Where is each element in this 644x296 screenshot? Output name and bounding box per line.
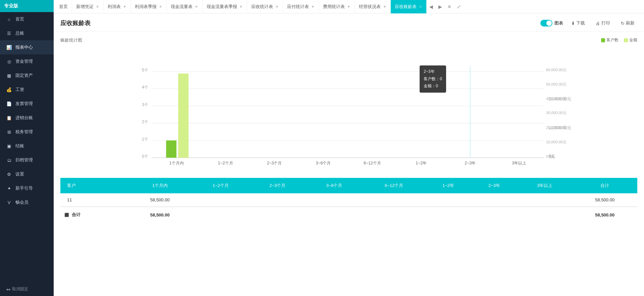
svg-text:5个: 5个 (142, 68, 148, 72)
footer-m6-12 (363, 207, 425, 223)
tab-close-btn[interactable]: × (195, 4, 198, 9)
tab-close-btn[interactable]: × (419, 4, 422, 9)
archive-icon: 🗂 (6, 157, 12, 163)
toggle-switch[interactable] (540, 20, 552, 27)
chart-toggle[interactable]: 图表 (540, 20, 563, 27)
bar-customers-0 (166, 141, 176, 158)
sidebar-item-guide[interactable]: ✦ 新手引导 (0, 181, 54, 195)
sidebar: 专业版 ⌂ 首页 ☰ 总账 📊 报表中心 ◎ 资金管理 ▦ 固定资产 💰 工资 … (0, 0, 54, 296)
tab-nav-next[interactable]: ▶ (436, 0, 445, 13)
cell-m2-3 (249, 193, 306, 207)
tab-close-btn[interactable]: × (96, 4, 99, 9)
sidebar-item-closing[interactable]: ▣ 结账 (0, 139, 54, 153)
table-footer-row: ⬛ 合计 58,500.00 58,500.00 (60, 207, 637, 223)
app-logo: 专业版 (0, 0, 54, 12)
col-y3plus: 3年以上 (517, 178, 573, 193)
footer-m2-3 (249, 207, 306, 223)
sidebar-item-label: 税务管理 (15, 129, 33, 135)
cell-customer: 11 (60, 193, 127, 207)
chart-area: 账龄统计图 客户数 金额 0个 1个 2个 3个 4个 5个 (54, 32, 644, 178)
svg-text:1~2个月: 1~2个月 (218, 161, 233, 165)
col-m1-2: 1~2个月 (192, 178, 249, 193)
sidebar-item-label: 总账 (15, 30, 24, 36)
sidebar-item-fund[interactable]: ◎ 资金管理 (0, 54, 54, 68)
vip-icon: V (6, 199, 12, 205)
tab-cashflow-quarterly[interactable]: 现金流量表季报 × (203, 0, 247, 13)
tab-close-btn[interactable]: × (239, 4, 243, 9)
table-row: 11 58,500.00 58,500.00 (60, 193, 637, 207)
chart-legend: 客户数 金额 (601, 37, 637, 43)
cell-m1: 58,500.00 (127, 193, 192, 207)
tab-close-btn[interactable]: × (275, 4, 279, 9)
sidebar-item-fixed-assets[interactable]: ▦ 固定资产 (0, 68, 54, 83)
unpin-icon: ◂◂ (6, 287, 10, 292)
cell-y2-3 (471, 193, 517, 207)
cell-y3plus (517, 193, 573, 207)
refresh-btn[interactable]: ↻ 刷新 (618, 19, 637, 28)
tab-label: 新增凭证 (76, 4, 94, 10)
download-btn[interactable]: ⬇ 下载 (569, 19, 588, 28)
sidebar-item-invoice[interactable]: 📄 发票管理 (0, 97, 54, 111)
sidebar-item-salary[interactable]: 💰 工资 (0, 83, 54, 97)
print-btn[interactable]: 🖨 打印 (593, 19, 613, 28)
tab-nav-prev[interactable]: ◀ (427, 0, 436, 13)
tab-close-btn[interactable]: × (159, 4, 162, 9)
tab-home[interactable]: 首页 (55, 0, 72, 13)
footer-y3plus (517, 207, 573, 223)
chart-svg: 0个 1个 2个 3个 4个 5个 0元 10,000.00元 20,000.0… (60, 47, 637, 171)
sidebar-item-label: 新手引导 (15, 185, 33, 191)
tab-cashflow[interactable]: 现金流量表 × (167, 0, 203, 13)
refresh-icon: ↻ (621, 21, 625, 26)
sidebar-item-label: 设置 (15, 171, 24, 177)
tab-expand[interactable]: ⤢ (454, 0, 464, 13)
sidebar-item-report[interactable]: 📊 报表中心 (0, 40, 54, 54)
total-icon: ⬛ (64, 213, 69, 217)
home-icon: ⌂ (6, 16, 12, 22)
sidebar-item-label: 工资 (15, 87, 24, 93)
tab-close-all[interactable]: ✕ (445, 0, 454, 13)
print-icon: 🖨 (596, 21, 600, 26)
col-m3-6: 3~6个月 (306, 178, 363, 193)
tab-payable-stats[interactable]: 应付统计表 × (283, 0, 319, 13)
tab-close-btn[interactable]: × (311, 4, 315, 9)
legend-amount-label: 金额 (629, 37, 637, 43)
sidebar-item-archive[interactable]: 🗂 归档管理 (0, 153, 54, 167)
svg-text:2个: 2个 (142, 119, 148, 124)
tab-expense-stats[interactable]: 费用统计表 × (319, 0, 355, 13)
cell-m1-2 (192, 193, 249, 207)
col-y2-3: 2~3年 (471, 178, 517, 193)
sidebar-item-sales-ledger[interactable]: 📋 进销台账 (0, 111, 54, 125)
sidebar-item-label: 资金管理 (15, 58, 33, 64)
svg-text:0元: 0元 (546, 154, 552, 158)
tab-close-btn[interactable]: × (123, 4, 126, 9)
svg-text:20,000.00元: 20,000.00元 (546, 126, 567, 130)
tab-new-voucher[interactable]: 新增凭证 × (72, 0, 104, 13)
sidebar-item-label: 固定资产 (15, 72, 33, 79)
sidebar-unpin-btn[interactable]: ◂◂ 取消固定 (0, 282, 54, 296)
sidebar-item-label: 畅会员 (15, 199, 29, 205)
main-content: 首页 新增凭证 × 利润表 × 利润表季报 × 现金流量表 × 现金流量表季报 … (54, 0, 644, 296)
svg-text:1个月内: 1个月内 (169, 161, 184, 165)
tab-profit-quarterly[interactable]: 利润表季报 × (131, 0, 167, 13)
page-content: 应收账龄表 图表 ⬇ 下载 🖨 打印 ↻ 刷新 (54, 13, 644, 296)
tab-business-status[interactable]: 经营状况表 × (355, 0, 391, 13)
settings-icon: ⚙ (6, 171, 12, 177)
sidebar-item-label: 进销台账 (15, 115, 33, 121)
tab-close-btn[interactable]: × (347, 4, 351, 9)
footer-m1: 58,500.00 (127, 207, 192, 223)
tab-receivable-stats[interactable]: 应收统计表 × (247, 0, 283, 13)
svg-text:0个: 0个 (142, 154, 148, 159)
tax-icon: ⊞ (6, 129, 12, 135)
sidebar-item-ledger[interactable]: ☰ 总账 (0, 26, 54, 40)
sidebar-item-home[interactable]: ⌂ 首页 (0, 12, 54, 26)
sidebar-item-settings[interactable]: ⚙ 设置 (0, 167, 54, 181)
cell-total: 58,500.00 (572, 193, 637, 207)
tab-profit[interactable]: 利润表 × (104, 0, 131, 13)
sidebar-item-vip[interactable]: V 畅会员 (0, 195, 54, 209)
tab-aging-report[interactable]: 应收账龄表 × (391, 0, 427, 13)
page-actions: 图表 ⬇ 下载 🖨 打印 ↻ 刷新 (540, 19, 637, 28)
guide-icon: ✦ (6, 185, 12, 191)
sidebar-item-tax[interactable]: ⊞ 税务管理 (0, 125, 54, 139)
tab-bar: 首页 新增凭证 × 利润表 × 利润表季报 × 现金流量表 × 现金流量表季报 … (54, 0, 644, 13)
tab-close-btn[interactable]: × (383, 4, 386, 9)
